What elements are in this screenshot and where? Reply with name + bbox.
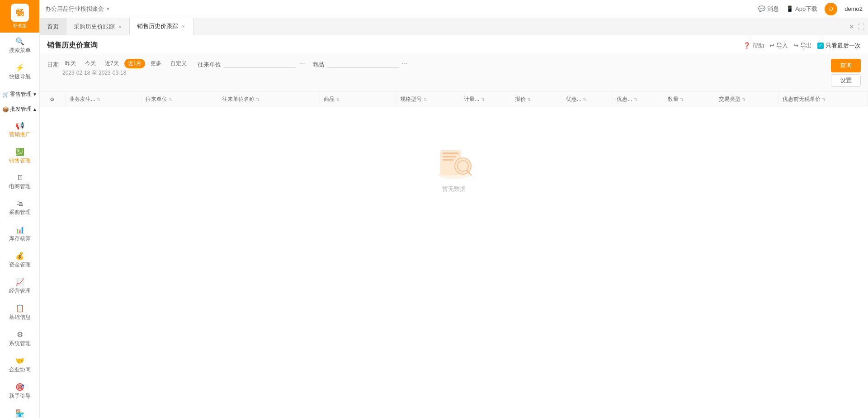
sidebar-item-wholesale[interactable]: 📦 批发管理 ▲ bbox=[0, 102, 39, 117]
col-pretax-price[interactable]: 优惠前无税单价 ⇅ bbox=[778, 92, 868, 107]
sidebar-item-ecommerce[interactable]: 🖥 电商管理 bbox=[0, 169, 39, 195]
date-range-text: 2023-02-18 至 2023-03-18 bbox=[61, 69, 190, 77]
col-spec[interactable]: 规格型号 ⇅ bbox=[396, 92, 460, 107]
empty-state: 暂无数据 bbox=[40, 107, 868, 229]
sort-icon: ⇅ bbox=[336, 97, 340, 102]
query-button[interactable]: 查询 bbox=[831, 59, 861, 72]
date-option-today[interactable]: 今天 bbox=[81, 59, 99, 68]
empty-text: 暂无数据 bbox=[442, 185, 466, 193]
logo-text: 标准版 bbox=[13, 23, 27, 29]
tab-label: 首页 bbox=[47, 23, 59, 31]
tab-bar: 首页 采购历史价跟踪 × 销售历史价跟踪 × ✕ ⛶ bbox=[40, 18, 868, 35]
help-icon: ❓ bbox=[743, 42, 750, 49]
empty-icon bbox=[431, 143, 476, 180]
sidebar-item-ops[interactable]: 📈 经营管理 bbox=[0, 273, 39, 299]
filter-bar: 日期 昨天 今天 近7天 近1月 更多 自定义 2023-02-18 至 202… bbox=[40, 54, 868, 92]
tab-home[interactable]: 首页 bbox=[40, 18, 66, 35]
close-all-icon[interactable]: ✕ bbox=[849, 23, 854, 30]
sidebar-item-basic[interactable]: 📋 基础信息 bbox=[0, 299, 39, 326]
ops-icon: 📈 bbox=[15, 278, 24, 286]
date-option-custom[interactable]: 自定义 bbox=[167, 59, 190, 68]
sidebar-item-appstore[interactable]: 🏪 应用中心 bbox=[0, 404, 39, 418]
sort-icon: ⇅ bbox=[822, 97, 826, 102]
sidebar-item-retail[interactable]: 🛒 零售管理 ▼ bbox=[0, 87, 39, 102]
tab-purchase-history[interactable]: 采购历史价跟踪 × bbox=[66, 18, 130, 35]
import-btn[interactable]: ↩ 导入 bbox=[769, 42, 788, 50]
sidebar-item-label: 经营管理 bbox=[9, 287, 31, 295]
date-option-7days[interactable]: 近7天 bbox=[101, 59, 123, 68]
svg-rect-2 bbox=[443, 152, 458, 154]
col-qty[interactable]: 数量 ⇅ bbox=[664, 92, 715, 107]
col-product[interactable]: 商品 ⇅ bbox=[320, 92, 396, 107]
date-option-yesterday[interactable]: 昨天 bbox=[61, 59, 80, 68]
sidebar-item-marketing[interactable]: 📢 营销推广 bbox=[0, 117, 39, 143]
sidebar-item-search[interactable]: 🔍 搜索菜单 bbox=[0, 33, 39, 59]
retail-icon: 🛒 bbox=[2, 91, 9, 98]
sidebar-logo[interactable]: 畅 标准版 bbox=[0, 0, 39, 33]
sort-icon: ⇅ bbox=[97, 97, 100, 102]
date-option-1month[interactable]: 近1月 bbox=[124, 59, 146, 68]
only-last-checkbox-label[interactable]: ✓ 只看最后一次 bbox=[817, 42, 861, 50]
page-content: 销售历史价查询 ❓ 帮助 ↩ 导入 ↪ 导出 ✓ 只看最后一次 bbox=[40, 35, 868, 418]
product-input[interactable] bbox=[327, 59, 399, 68]
sidebar-item-label: 新手引导 bbox=[9, 392, 31, 400]
inventory-icon: 📊 bbox=[15, 225, 24, 234]
sort-icon: ⇅ bbox=[424, 97, 427, 102]
col-partner-name[interactable]: 往来单位名称 ⇅ bbox=[218, 92, 320, 107]
sidebar-item-system[interactable]: ⚙ 系统管理 bbox=[0, 326, 39, 352]
col-unit[interactable]: 计量... ⇅ bbox=[460, 92, 511, 107]
finance-icon: 💰 bbox=[15, 252, 24, 260]
tab-sales-history[interactable]: 销售历史价跟踪 × bbox=[130, 18, 193, 35]
sidebar-item-sales-mgmt[interactable]: 💹 销售管理 bbox=[0, 143, 39, 169]
export-btn[interactable]: ↪ 导出 bbox=[793, 42, 812, 50]
partner-input[interactable] bbox=[224, 59, 296, 68]
message-btn[interactable]: 💬 消息 bbox=[758, 5, 779, 13]
sidebar-item-finance[interactable]: 💰 资金管理 bbox=[0, 247, 39, 273]
col-discount1[interactable]: 优惠... ⇅ bbox=[562, 92, 613, 107]
col-trade-type[interactable]: 交易类型 ⇅ bbox=[715, 92, 778, 107]
search-icon: 🔍 bbox=[15, 37, 24, 46]
expand-icon[interactable]: ⛶ bbox=[858, 23, 864, 30]
sidebar-item-quicknav[interactable]: ⚡ 快捷导航 bbox=[0, 59, 39, 85]
filter-actions: 查询 设置 bbox=[831, 59, 861, 87]
sidebar-item-newbie[interactable]: 🎯 新手引导 bbox=[0, 378, 39, 404]
only-last-checkbox[interactable]: ✓ bbox=[817, 43, 824, 49]
appstore-icon: 🏪 bbox=[15, 409, 24, 418]
sales-icon: 💹 bbox=[15, 147, 24, 156]
product-picker-btn[interactable]: ··· bbox=[402, 59, 408, 67]
tab-close-purchase[interactable]: × bbox=[118, 24, 122, 30]
sort-icon: ⇅ bbox=[527, 97, 531, 102]
col-price[interactable]: 报价 ⇅ bbox=[511, 92, 562, 107]
sidebar-item-corp[interactable]: 🤝 企业协同 bbox=[0, 352, 39, 378]
sidebar-item-inventory[interactable]: 📊 库存核算 bbox=[0, 221, 39, 247]
chevron-down-icon: ▼ bbox=[106, 6, 110, 11]
user-name[interactable]: demo2 bbox=[844, 5, 863, 12]
col-partner-code[interactable]: 往来单位 ⇅ bbox=[142, 92, 218, 107]
sidebar-item-label: 系统管理 bbox=[9, 340, 31, 347]
page-header-actions: ❓ 帮助 ↩ 导入 ↪ 导出 ✓ 只看最后一次 bbox=[743, 42, 861, 50]
account-dropdown[interactable]: 办公用品行业模拟账套 ▼ bbox=[45, 5, 110, 13]
col-biz-date[interactable]: 业务发生... ⇅ bbox=[65, 92, 142, 107]
help-btn[interactable]: ❓ 帮助 bbox=[743, 42, 764, 50]
sidebar-item-label: 销售管理 bbox=[9, 157, 31, 165]
col-discount2[interactable]: 优惠... ⇅ bbox=[613, 92, 664, 107]
sidebar-item-label: 批发管理 bbox=[10, 105, 32, 113]
sidebar-item-purchase[interactable]: 🛍 采购管理 bbox=[0, 195, 39, 221]
app-download-btn[interactable]: 📱 App下载 bbox=[786, 5, 817, 13]
settings-button[interactable]: 设置 bbox=[831, 74, 861, 87]
tab-close-sales[interactable]: × bbox=[181, 23, 185, 29]
sort-icon: ⇅ bbox=[583, 97, 586, 102]
col-settings[interactable]: ⚙ bbox=[40, 92, 65, 107]
partner-picker-btn[interactable]: ··· bbox=[299, 59, 305, 67]
sort-icon: ⇅ bbox=[634, 97, 637, 102]
sidebar-item-label: 基础信息 bbox=[9, 314, 31, 321]
date-option-more[interactable]: 更多 bbox=[147, 59, 165, 68]
download-icon: 📱 bbox=[786, 5, 793, 12]
sort-icon: ⇅ bbox=[481, 97, 485, 102]
tab-label: 销售历史价跟踪 bbox=[137, 22, 178, 30]
export-icon: ↪ bbox=[793, 42, 798, 49]
tab-label: 采购历史价跟踪 bbox=[74, 23, 115, 31]
avatar: D bbox=[825, 3, 837, 15]
import-icon: ↩ bbox=[769, 42, 774, 49]
corp-icon: 🤝 bbox=[15, 356, 24, 365]
